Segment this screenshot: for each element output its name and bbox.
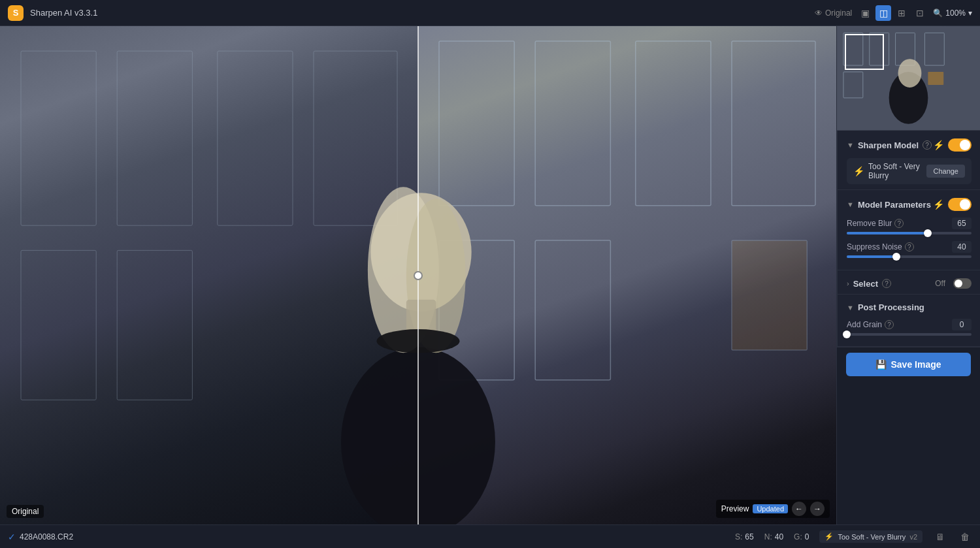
remove-blur-track[interactable]	[847, 232, 972, 234]
preview-label: Preview Updated ← →	[716, 500, 830, 518]
select-toggle-knob	[955, 280, 962, 287]
sharpen-model-toggle[interactable]	[948, 138, 972, 152]
view-split-icon[interactable]: ◫	[875, 5, 891, 21]
select-info-icon[interactable]: ?	[882, 279, 891, 288]
svg-rect-5	[117, 250, 192, 400]
save-icon: 💾	[875, 359, 887, 370]
image-area[interactable]: Original Preview Updated ← →	[0, 26, 836, 524]
model-parameters-header: ▼ Model Parameters ⚡	[847, 198, 972, 211]
topbar: S Sharpen AI v3.3.1 👁 Original ▣ ◫ ⊞ ⊡ 🔍…	[0, 0, 980, 26]
right-column: ▼ Sharpen Model ? ⚡ ⚡ Too Soft - Very	[836, 26, 980, 524]
change-model-button[interactable]: Change	[926, 165, 965, 178]
sharpness-stat: S: 65	[735, 532, 754, 541]
file-check: ✓ 428A0088.CR2	[8, 532, 73, 542]
svg-rect-27	[928, 72, 943, 85]
trash-icon-btn[interactable]: 🗑	[958, 530, 972, 544]
remove-blur-fill	[847, 232, 928, 234]
model-params-lightning-icon: ⚡	[933, 199, 944, 210]
zoom-control[interactable]: 🔍 100% ▾	[933, 8, 972, 18]
svg-rect-0	[21, 51, 96, 225]
image-canvas: Original Preview Updated ← →	[0, 26, 836, 524]
thumbnail-image	[837, 26, 980, 131]
sharpen-model-info-icon[interactable]: ?	[923, 140, 932, 150]
zoom-chevron-icon: ▾	[968, 8, 972, 18]
svg-rect-1	[117, 51, 192, 225]
add-grain-thumb[interactable]	[843, 330, 851, 338]
svg-rect-10	[439, 240, 514, 380]
model-tag-lightning-icon: ⚡	[825, 532, 834, 541]
svg-rect-2	[218, 51, 293, 225]
original-button[interactable]: 👁 Original	[815, 8, 852, 18]
add-grain-track[interactable]	[847, 333, 972, 336]
sharpen-model-header: ▼ Sharpen Model ? ⚡	[847, 138, 972, 152]
sharpen-model-section: ▼ Sharpen Model ? ⚡ ⚡ Too Soft - Very	[838, 131, 980, 190]
sharpness-value: 65	[745, 532, 753, 541]
view-side-icon[interactable]: ⊡	[912, 5, 928, 21]
post-processing-header: ▼ Post Processing	[847, 302, 972, 312]
add-grain-slider-row: Add Grain ? 0	[847, 319, 972, 336]
view-icons: ▣ ◫ ⊞ ⊡	[857, 5, 928, 21]
post-processing-chevron[interactable]: ▼	[847, 304, 854, 312]
photo-processed-side	[418, 26, 836, 524]
remove-blur-thumb[interactable]	[924, 229, 932, 237]
model-lightning-icon: ⚡	[853, 166, 864, 176]
remove-blur-info-icon[interactable]: ?	[894, 219, 904, 228]
sharpen-model-toggle-knob	[960, 140, 970, 150]
save-button-area: 💾 Save Image	[837, 347, 980, 381]
noise-value: 40	[775, 532, 783, 541]
grain-stat: G: 0	[794, 532, 809, 541]
model-params-toggle[interactable]	[948, 198, 972, 211]
split-handle[interactable]	[414, 271, 423, 280]
svg-rect-8	[636, 41, 711, 206]
view-single-icon[interactable]: ▣	[857, 5, 873, 21]
sharpen-model-title: Sharpen Model	[858, 140, 919, 150]
suppress-noise-label: Suppress Noise	[847, 242, 902, 251]
next-image-btn[interactable]: →	[810, 502, 825, 516]
prev-image-btn[interactable]: ←	[792, 502, 806, 516]
monitor-icon-btn[interactable]: 🖥	[933, 530, 947, 544]
model-params-chevron[interactable]: ▼	[847, 201, 854, 208]
post-processing-section: ▼ Post Processing Add Grain ? 0	[838, 295, 980, 347]
view-grid-icon[interactable]: ⊞	[894, 5, 909, 21]
suppress-noise-thumb[interactable]	[892, 253, 900, 261]
svg-point-26	[898, 59, 922, 88]
app-logo: S	[8, 5, 24, 21]
select-title: Select	[853, 279, 878, 289]
original-label: Original	[7, 505, 44, 518]
sidebar-panel: ▼ Sharpen Model ? ⚡ ⚡ Too Soft - Very	[837, 131, 980, 347]
split-divider[interactable]	[417, 26, 419, 524]
sharpen-model-chevron[interactable]: ▼	[847, 141, 854, 149]
svg-rect-9	[732, 41, 815, 206]
select-row: › Select ? Off	[847, 278, 972, 289]
remove-blur-slider-row: Remove Blur ? 65	[847, 218, 972, 234]
check-icon: ✓	[8, 532, 16, 542]
stats-group: S: 65 N: 40 G: 0 ⚡ Too Soft - Very Blurr…	[81, 530, 972, 544]
suppress-noise-fill	[847, 255, 896, 258]
svg-rect-4	[21, 250, 96, 400]
bottom-bar: ✓ 428A0088.CR2 S: 65 N: 40 G: 0 ⚡ Too So…	[0, 524, 980, 548]
svg-rect-11	[535, 240, 610, 380]
select-section: › Select ? Off	[838, 270, 980, 295]
svg-rect-6	[439, 41, 514, 206]
svg-rect-12	[732, 240, 807, 350]
zoom-icon: 🔍	[933, 8, 943, 18]
model-parameters-section: ▼ Model Parameters ⚡ Remove Blur	[838, 190, 980, 270]
file-name: 428A0088.CR2	[20, 532, 73, 541]
suppress-noise-info-icon[interactable]: ?	[905, 242, 914, 251]
suppress-noise-value: 40	[952, 241, 972, 253]
sharpen-model-lightning-icon: ⚡	[933, 140, 944, 150]
main-content: Original Preview Updated ← →	[0, 26, 980, 524]
select-expand-icon[interactable]: ›	[847, 280, 849, 287]
noise-stat: N: 40	[764, 532, 783, 541]
select-toggle[interactable]	[953, 278, 972, 289]
save-image-button[interactable]: 💾 Save Image	[846, 353, 971, 376]
post-processing-title: Post Processing	[858, 302, 924, 312]
suppress-noise-slider-row: Suppress Noise ? 40	[847, 241, 972, 258]
model-params-toggle-knob	[960, 199, 970, 210]
topbar-controls: 👁 Original ▣ ◫ ⊞ ⊡ 🔍 100% ▾	[815, 5, 972, 21]
add-grain-info-icon[interactable]: ?	[885, 320, 894, 329]
suppress-noise-track[interactable]	[847, 255, 972, 258]
remove-blur-value: 65	[952, 218, 972, 229]
model-name: ⚡ Too Soft - Very Blurry	[853, 162, 926, 180]
eye-icon: 👁	[815, 8, 823, 18]
